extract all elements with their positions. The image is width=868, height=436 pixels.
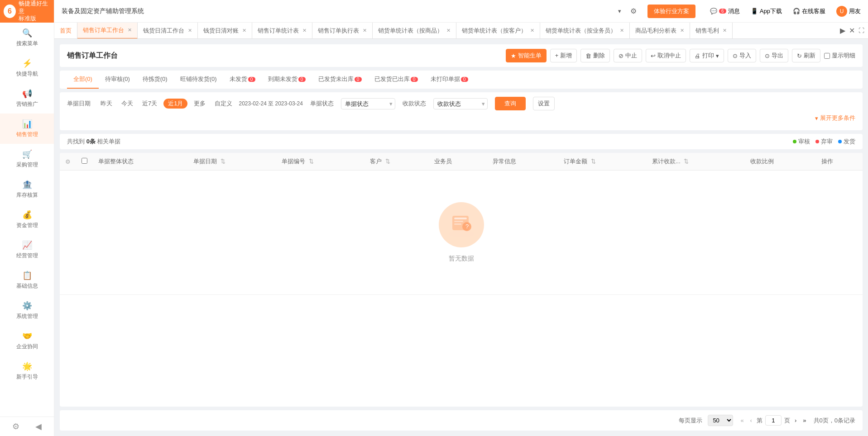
sidebar-item-sales[interactable]: 📊 销售管理 (0, 114, 54, 144)
table-body: ? 暂无数据 (60, 171, 863, 295)
page-size-select[interactable]: 50 20 100 (708, 415, 733, 426)
tab-sales-customer[interactable]: 销货单统计表（按客户） ✕ (456, 23, 540, 39)
tab-money-clear[interactable]: 钱货日清工作台 ✕ (138, 23, 198, 39)
tab-sales-staff[interactable]: 销货单统计表（按业务员） ✕ (540, 23, 630, 39)
sidebar-item-inventory[interactable]: 🏦 库存核算 (0, 174, 54, 204)
sub-tab-shipped-not-out[interactable]: 已发货未出库 0 (312, 71, 368, 89)
tab-sales-product[interactable]: 销货单统计表（按商品） ✕ (373, 23, 456, 39)
sub-tab-unshipped[interactable]: 未发货 0 (223, 71, 262, 89)
expand-filter-button[interactable]: ▾ 展开更多条件 (815, 114, 855, 122)
add-button[interactable]: + 新增 (550, 49, 577, 62)
th-received[interactable]: 累计收款... ⇅ (647, 153, 745, 171)
tab-close-sales-stat[interactable]: ✕ (302, 28, 307, 33)
date-option-7days[interactable]: 近7天 (139, 99, 160, 109)
sub-tab-pending-review-label: 待审核(0) (105, 75, 130, 83)
date-option-yesterday[interactable]: 昨天 (98, 99, 115, 109)
online-service-action[interactable]: 🎧 在线客服 (793, 7, 825, 15)
tab-sales-stat[interactable]: 销售订单统计表 ✕ (252, 23, 312, 39)
select-all-checkbox[interactable] (82, 158, 87, 164)
sidebar-item-guide[interactable]: 🌟 新手引导 (0, 356, 54, 386)
tab-sales-order[interactable]: 销售订单工作台 ✕ (77, 23, 138, 39)
sub-tab-shipped-out[interactable]: 已发货已出库 0 (368, 71, 424, 89)
tab-sales-exec[interactable]: 销售订单执行表 ✕ (312, 23, 373, 39)
print-button[interactable]: 🖨 打印 ▾ (690, 49, 724, 62)
th-abnormal[interactable]: 异常信息 (487, 153, 558, 171)
sub-tab-pending-review[interactable]: 待审核(0) (99, 71, 136, 89)
th-overall-status[interactable]: 单据整体状态 (93, 153, 188, 171)
tab-home[interactable]: 首页 (54, 23, 77, 39)
th-number[interactable]: 单据编号 ⇅ (276, 153, 364, 171)
tab-money-reconcile[interactable]: 钱货日清对账 ✕ (198, 23, 252, 39)
refresh-button[interactable]: ↻ 刷新 (792, 49, 820, 62)
sub-tab-overdue-unshipped[interactable]: 到期未发货 0 (262, 71, 312, 89)
sidebar-item-purchase[interactable]: 🛒 采购管理 (0, 144, 54, 174)
message-action[interactable]: 💬 6 消息 (710, 7, 740, 15)
tab-close-sales-profit[interactable]: ✕ (723, 28, 727, 33)
status-select[interactable]: 单据状态 (341, 98, 395, 109)
date-option-more[interactable]: 更多 (191, 99, 208, 109)
tab-profit-analysis[interactable]: 商品毛利分析表 ✕ (630, 23, 690, 39)
sub-tab-pending-pick[interactable]: 待拣货(0) (136, 71, 174, 89)
tab-close-sales-order[interactable]: ✕ (128, 27, 132, 33)
app-download-action[interactable]: 📱 App下载 (751, 7, 782, 15)
service-icon: 🎧 (793, 8, 800, 14)
user-action[interactable]: U 用友 (836, 6, 861, 17)
th-staff[interactable]: 业务员 (429, 153, 488, 171)
sidebar-item-enterprise[interactable]: 🤝 企业协同 (0, 326, 54, 356)
approve-action[interactable]: 审核 (793, 137, 810, 146)
sub-tab-wangpu[interactable]: 旺铺待发货(0) (174, 71, 223, 89)
first-page-btn[interactable]: « (739, 416, 745, 425)
tab-close-sales-customer[interactable]: ✕ (530, 28, 534, 33)
smart-create-button[interactable]: ★ 智能生单 (506, 49, 547, 62)
next-page-btn[interactable]: › (793, 416, 798, 425)
tab-close-profit-analysis[interactable]: ✕ (680, 28, 684, 33)
sidebar-item-operation[interactable]: 📈 经营管理 (0, 235, 54, 265)
ship-action[interactable]: 发货 (838, 137, 855, 146)
tab-close-sales-product[interactable]: ✕ (446, 28, 451, 33)
delete-button[interactable]: 🗑 删除 (580, 49, 610, 62)
prev-page-btn[interactable]: ‹ (748, 416, 754, 425)
sub-tab-all[interactable]: 全部(0) (67, 71, 99, 89)
sidebar-item-search[interactable]: 🔍 搜索菜单 (0, 23, 54, 53)
settings-icon[interactable]: ⚙ (630, 7, 637, 15)
date-option-today[interactable]: 今天 (119, 99, 136, 109)
sidebar-item-system[interactable]: ⚙️ 系统管理 (0, 295, 54, 326)
sidebar-item-basic-info[interactable]: 📋 基础信息 (0, 265, 54, 295)
th-checkbox[interactable] (76, 153, 93, 171)
system-dropdown-icon[interactable]: ▾ (618, 8, 621, 14)
th-date[interactable]: 单据日期 ⇅ (188, 153, 276, 171)
payment-select[interactable]: 收款状态 (433, 98, 488, 109)
date-option-1month[interactable]: 近1月 (163, 99, 187, 109)
th-settings[interactable]: ⚙ (60, 153, 76, 171)
reject-action[interactable]: 弃审 (815, 137, 833, 146)
tab-close-sales-exec[interactable]: ✕ (363, 28, 367, 33)
th-ratio[interactable]: 收款比例 (745, 153, 816, 171)
export-button[interactable]: ⊙ 导出 (760, 49, 788, 62)
sidebar-collapse-btn[interactable]: ◀ (35, 422, 42, 431)
th-amount[interactable]: 订单金额 ⇅ (558, 153, 647, 171)
tab-fullscreen-icon[interactable]: ⛶ (858, 27, 864, 34)
show-detail-input[interactable] (824, 53, 830, 59)
th-customer[interactable]: 客户 ⇅ (364, 153, 428, 171)
cancel-suspend-button[interactable]: ↩ 取消中止 (646, 49, 686, 62)
date-option-custom[interactable]: 自定义 (212, 99, 235, 109)
tab-close-sales-staff[interactable]: ✕ (620, 28, 624, 33)
tab-scroll-right-icon[interactable]: ▶ (840, 26, 845, 35)
tab-close-money-clear[interactable]: ✕ (188, 28, 192, 33)
last-page-btn[interactable]: » (801, 416, 808, 425)
sidebar-item-marketing[interactable]: 📢 营销推广 (0, 83, 54, 114)
filter-settings-button[interactable]: 设置 (533, 97, 555, 110)
import-button[interactable]: ⊙ 导入 (728, 49, 756, 62)
trial-button[interactable]: 体验行业方案 (647, 5, 695, 18)
show-detail-checkbox[interactable]: 显示明细 (824, 52, 855, 60)
tab-sales-profit[interactable]: 销售毛利 ✕ (690, 23, 733, 39)
sidebar-item-quick-nav[interactable]: ⚡ 快捷导航 (0, 53, 54, 83)
sub-tab-not-printed[interactable]: 未打印单据 0 (424, 71, 475, 89)
page-number-input[interactable] (765, 415, 782, 426)
tab-close-money-reconcile[interactable]: ✕ (242, 28, 246, 33)
tab-close-all-icon[interactable]: ✕ (849, 26, 855, 35)
query-button[interactable]: 查询 (495, 97, 526, 110)
sidebar-settings-btn[interactable]: ⚙ (12, 422, 19, 431)
sidebar-item-finance[interactable]: 💰 资金管理 (0, 204, 54, 235)
suspend-button[interactable]: ⊘ 中止 (614, 49, 642, 62)
